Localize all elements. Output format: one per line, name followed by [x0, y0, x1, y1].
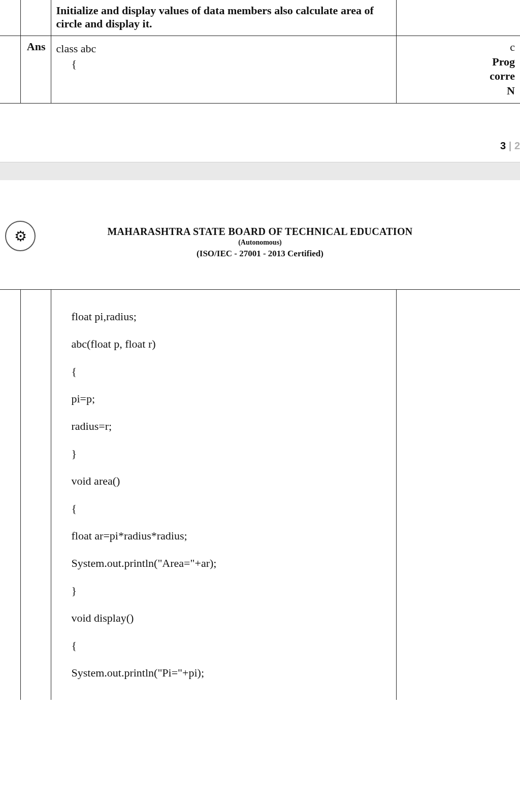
code-line: float pi,radius;: [72, 310, 391, 323]
page-1-fragment: Initialize and display values of data me…: [0, 0, 520, 162]
marks-cell: [396, 0, 520, 36]
code-line: System.out.println("Area="+ar);: [72, 557, 391, 570]
answer-table-continued: float pi,radius; abc(float p, float r) {…: [0, 289, 520, 700]
empty-cell: [0, 0, 20, 36]
code-cell-top: class abc {: [51, 36, 396, 104]
margin-note: corre: [402, 69, 515, 84]
answer-label: Ans: [20, 36, 51, 104]
code-line: abc(float p, float r): [72, 337, 391, 351]
code-line: {: [72, 639, 391, 652]
margin-note: c: [402, 40, 515, 55]
page-gap: [0, 162, 520, 180]
empty-cell: [0, 36, 20, 104]
board-certification: (ISO/IEC - 27001 - 2013 Certified): [77, 249, 443, 259]
page-2: ⚙ MAHARASHTRA STATE BOARD OF TECHNICAL E…: [0, 180, 520, 812]
code-line: void display(): [72, 612, 391, 625]
page-current: 3: [500, 140, 506, 151]
code-line: }: [72, 584, 391, 597]
question-text: Initialize and display values of data me…: [51, 0, 396, 36]
margin-notes: c Prog corre N: [396, 36, 520, 104]
margin-note: Prog: [402, 55, 515, 70]
code-cell: float pi,radius; abc(float p, float r) {…: [51, 290, 396, 700]
code-line: float ar=pi*radius*radius;: [72, 529, 391, 543]
code-line: pi=p;: [72, 392, 391, 405]
empty-cell: [20, 0, 51, 36]
code-block: float pi,radius; abc(float p, float r) {…: [56, 310, 391, 680]
page-sep: |: [506, 140, 514, 151]
board-title: MAHARASHTRA STATE BOARD OF TECHNICAL EDU…: [77, 226, 443, 238]
code-line: {: [72, 502, 391, 515]
logo-glyph: ⚙: [14, 228, 27, 245]
code-line: }: [72, 447, 391, 460]
empty-cell: [20, 290, 51, 700]
empty-cell: [0, 290, 20, 700]
page-total: 2: [514, 140, 520, 151]
code-line: void area(): [72, 475, 391, 488]
page-number: 3 | 2: [500, 140, 520, 152]
board-subtitle: (Autonomous): [77, 239, 443, 247]
marks-cell: [396, 290, 520, 700]
code-line: radius=r;: [72, 420, 391, 433]
code-line: class abc: [56, 42, 391, 55]
code-line: {: [56, 57, 391, 71]
answer-table-top: Initialize and display values of data me…: [0, 0, 520, 104]
code-line: {: [72, 365, 391, 378]
code-line: System.out.println("Pi="+pi);: [72, 666, 391, 680]
board-logo-icon: ⚙: [5, 221, 36, 251]
document-header: MAHARASHTRA STATE BOARD OF TECHNICAL EDU…: [77, 226, 443, 259]
margin-note: N: [402, 84, 515, 98]
